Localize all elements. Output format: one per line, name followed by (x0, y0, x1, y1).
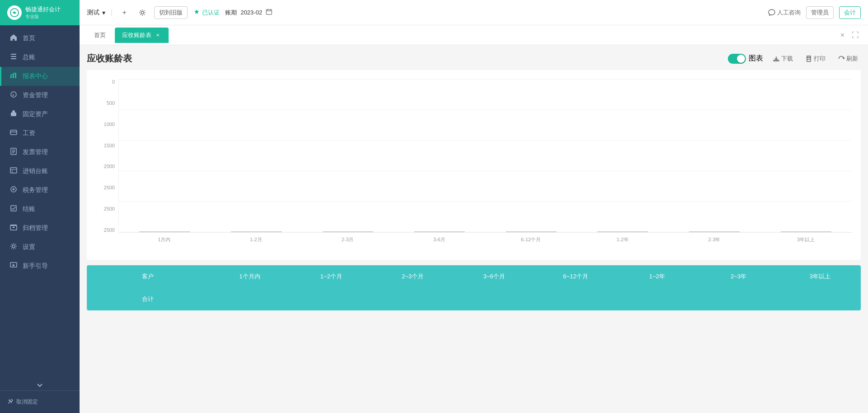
sidebar-item-assets[interactable]: 固定资产 (0, 105, 80, 124)
assets-icon (9, 110, 18, 119)
svg-rect-34 (774, 60, 779, 61)
sidebar-item-ledger[interactable]: 总账 (0, 48, 80, 67)
old-version-button[interactable]: 切到旧版 (154, 6, 188, 19)
svg-rect-30 (266, 9, 272, 14)
tabs-bar-right: × ⛶ (839, 29, 861, 41)
sidebar-item-invoice[interactable]: 发票管理 (0, 143, 80, 162)
sidebar-item-guide[interactable]: 新手引导 (0, 257, 80, 276)
invoice-icon (9, 148, 18, 157)
bar-group-6-12m (486, 231, 577, 232)
tax-icon (9, 186, 18, 195)
bar-2-3y (689, 231, 740, 232)
tab-receivable-aging[interactable]: 应收账龄表 × (115, 28, 169, 43)
toggle-track[interactable] (728, 54, 746, 64)
ledger-icon (9, 53, 18, 62)
sidebar-item-close[interactable]: 结账 (0, 200, 80, 219)
sidebar-item-payroll[interactable]: 工资 (0, 124, 80, 143)
add-button[interactable]: + (118, 6, 131, 19)
role-button[interactable]: 会计 (839, 6, 861, 19)
svg-rect-36 (807, 56, 811, 57)
col-1-2y: 1~2年 (616, 265, 698, 288)
download-button[interactable]: 下载 (770, 53, 796, 65)
guide-icon (9, 262, 18, 271)
table-header: 客户 1个月内 1~2个月 2~3个月 3~6个月 6~12个月 1~2年 2~… (87, 265, 861, 310)
purchase-sale-icon (9, 167, 18, 176)
certified-badge: 已认证 (193, 9, 220, 17)
sidebar: 畅捷通好会计 专业版 首页 总账 (0, 0, 80, 413)
cancel-fixed-button[interactable]: 取消固定 (7, 395, 72, 408)
close-window-button[interactable]: × (839, 29, 846, 41)
chart-plot (118, 79, 852, 233)
svg-text:¥: ¥ (12, 93, 14, 97)
logo-icon (7, 5, 22, 20)
company-name: 测试 (87, 9, 99, 17)
company-selector[interactable]: 测试 ▾ (87, 9, 105, 17)
sidebar-item-tax[interactable]: 税务管理 (0, 181, 80, 200)
svg-rect-22 (10, 225, 17, 226)
table-container: 客户 1个月内 1~2个月 2~3个月 3~6个月 6~12个月 1~2年 2~… (87, 265, 861, 310)
sidebar-nav: 首页 总账 报表中心 (0, 25, 80, 380)
expand-button[interactable]: ⛶ (850, 29, 861, 41)
col-3-6m: 3~6个月 (453, 265, 535, 288)
svg-rect-5 (13, 74, 14, 78)
settings-button[interactable] (136, 6, 149, 19)
bar-group-3-6m (394, 231, 486, 232)
calendar-icon[interactable] (266, 9, 272, 16)
chevron-down-icon: ▾ (102, 9, 105, 16)
bar-3y-plus (781, 231, 831, 232)
chart-toggle[interactable]: 图表 (728, 54, 763, 64)
svg-marker-26 (13, 264, 15, 267)
sidebar-item-home[interactable]: 首页 (0, 29, 80, 48)
sidebar-item-archive[interactable]: 归档管理 (0, 219, 80, 238)
chart-wrapper: 2500 2500 2500 2000 1500 1000 500 0 (96, 79, 852, 251)
topbar: 测试 ▾ | + 切到旧版 已认证 账期 2023-02 (80, 0, 868, 25)
col-2-3y: 2~3年 (698, 265, 779, 288)
report-actions: 图表 下载 (728, 53, 861, 65)
chart-x-axis: 1月内 1-2月 2-3月 3-6月 6-12个月 1-2年 2-3年 3年以上 (118, 233, 852, 251)
bar-group-3y-plus (760, 231, 852, 232)
sidebar-item-reports[interactable]: 报表中心 (0, 67, 80, 86)
period-info: 账期 2023-02 (225, 9, 272, 17)
settings-icon (9, 243, 18, 252)
bar-group-1m (119, 231, 211, 232)
toggle-label: 图表 (749, 54, 763, 63)
svg-rect-6 (15, 73, 16, 78)
tabs-bar: 首页 应收账龄表 × × ⛶ (80, 25, 868, 45)
tab-home[interactable]: 首页 (87, 28, 113, 43)
col-1-2m: 1~2个月 (291, 265, 372, 288)
svg-line-28 (8, 402, 10, 404)
logo-text: 畅捷通好会计 专业版 (25, 6, 61, 19)
report-header: 应收账龄表 图表 下载 (87, 52, 861, 65)
main-area: 测试 ▾ | + 切到旧版 已认证 账期 2023-02 (80, 0, 868, 413)
bar-3-6m (414, 231, 465, 232)
payroll-icon (9, 129, 18, 138)
tab-close-icon[interactable]: × (154, 32, 161, 39)
col-1m: 1个月内 (209, 265, 290, 288)
sidebar-item-finance[interactable]: ¥ 资金管理 (0, 86, 80, 105)
close-account-icon (9, 205, 18, 214)
col-3y-plus: 3年以上 (779, 265, 861, 288)
archive-icon (9, 224, 18, 233)
manager-button[interactable]: 管理员 (806, 6, 834, 19)
refresh-button[interactable]: 刷新 (835, 53, 861, 65)
svg-point-24 (12, 245, 15, 248)
print-button[interactable]: 打印 (803, 53, 828, 65)
sidebar-item-settings[interactable]: 设置 (0, 238, 80, 257)
scroll-down-indicator[interactable] (0, 380, 80, 390)
svg-rect-21 (10, 225, 17, 230)
page-content: 应收账龄表 图表 下载 (80, 45, 868, 413)
bar-group-1-2m (211, 231, 302, 232)
svg-rect-10 (10, 130, 17, 135)
svg-rect-20 (11, 206, 16, 211)
sidebar-item-purchase-sale[interactable]: 进销台账 (0, 162, 80, 181)
consult-button[interactable]: 人工咨询 (768, 9, 801, 17)
finance-icon: ¥ (9, 91, 18, 100)
chart-y-axis: 2500 2500 2500 2000 1500 1000 500 0 (96, 79, 118, 233)
svg-rect-1 (11, 54, 16, 55)
bar-group-2-3m (302, 231, 394, 232)
svg-rect-2 (11, 56, 16, 57)
bar-1m (139, 231, 190, 232)
bar-2-3m (323, 231, 373, 232)
report-title: 应收账龄表 (87, 52, 132, 65)
home-icon (9, 34, 18, 43)
